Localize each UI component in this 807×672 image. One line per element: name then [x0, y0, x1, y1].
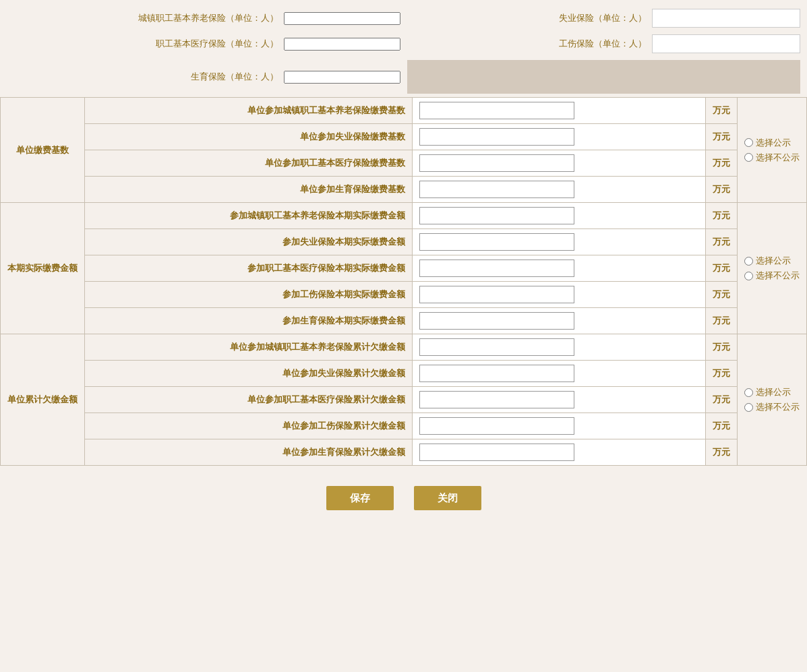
- field-unemployment-current[interactable]: [419, 233, 574, 251]
- table-row: 本期实际缴费金额 参加城镇职工基本养老保险本期实际缴费金额 万元 选择公示: [1, 203, 807, 229]
- radio-public-2[interactable]: 选择公示: [744, 255, 800, 267]
- field-injury-arrears[interactable]: [419, 417, 574, 435]
- radio-label-public-3: 选择公示: [756, 386, 791, 398]
- table-row: 单位参加工伤保险累计欠缴金额 万元: [1, 413, 807, 439]
- main-table: 单位缴费基数 单位参加城镇职工基本养老保险缴费基数 万元 选择公示 选择不公: [0, 97, 807, 466]
- input-cell-injury-arrears: [413, 413, 706, 439]
- header-left-1: 城镇职工基本养老保险（单位：人）: [7, 12, 400, 25]
- input-unemployment[interactable]: [652, 9, 800, 28]
- field-maternity-arrears[interactable]: [419, 444, 574, 461]
- unit-pension-current: 万元: [706, 203, 738, 229]
- category-arrears: 单位累计欠缴金额: [1, 334, 85, 466]
- field-injury-current[interactable]: [419, 286, 574, 303]
- label-maternity-current: 参加生育保险本期实际缴费金额: [85, 308, 413, 334]
- input-cell-medical-current: [413, 255, 706, 282]
- input-cell-pension-base: [413, 98, 706, 124]
- input-injury[interactable]: [652, 34, 800, 53]
- label-unemployment: 失业保险（单位：人）: [559, 12, 647, 24]
- header-row-1: 城镇职工基本养老保险（单位：人） 失业保险（单位：人）: [0, 5, 807, 31]
- field-pension-current[interactable]: [419, 207, 574, 224]
- input-cell-maternity-arrears: [413, 439, 706, 466]
- radio-label-public-1: 选择公示: [756, 137, 791, 149]
- close-button[interactable]: 关闭: [414, 486, 481, 510]
- header-row-2: 职工基本医疗保险（单位：人） 工伤保险（单位：人）: [0, 31, 807, 57]
- label-pension-base: 单位参加城镇职工基本养老保险缴费基数: [85, 98, 413, 124]
- input-cell-pension-current: [413, 203, 706, 229]
- label-maternity-arrears: 单位参加生育保险累计欠缴金额: [85, 439, 413, 466]
- unit-maternity-current: 万元: [706, 308, 738, 334]
- label-maternity: 生育保险（单位：人）: [191, 71, 278, 83]
- bottom-buttons: 保存 关闭: [0, 466, 807, 524]
- unit-maternity-base: 万元: [706, 177, 738, 203]
- label-injury: 工伤保险（单位：人）: [559, 38, 647, 50]
- label-medical-current: 参加职工基本医疗保险本期实际缴费金额: [85, 255, 413, 282]
- shaded-placeholder: [407, 60, 801, 94]
- radio-input-private-2[interactable]: [744, 272, 753, 280]
- unit-unemployment-base: 万元: [706, 124, 738, 150]
- field-unemployment-base[interactable]: [419, 128, 574, 146]
- field-unemployment-arrears[interactable]: [419, 365, 574, 382]
- radio-input-private-1[interactable]: [744, 153, 753, 162]
- table-row: 单位缴费基数 单位参加城镇职工基本养老保险缴费基数 万元 选择公示 选择不公: [1, 98, 807, 124]
- field-maternity-base[interactable]: [419, 181, 574, 198]
- radio-private-1[interactable]: 选择不公示: [744, 152, 800, 164]
- unit-maternity-arrears: 万元: [706, 439, 738, 466]
- save-button[interactable]: 保存: [326, 486, 394, 510]
- radio-input-private-3[interactable]: [744, 403, 753, 412]
- unit-pension-base: 万元: [706, 98, 738, 124]
- unit-pension-arrears: 万元: [706, 334, 738, 361]
- field-medical-current[interactable]: [419, 259, 574, 277]
- input-cell-injury-current: [413, 282, 706, 308]
- label-pension-arrears: 单位参加城镇职工基本养老保险累计欠缴金额: [85, 334, 413, 361]
- field-pension-base[interactable]: [419, 102, 574, 119]
- input-maternity[interactable]: [284, 71, 400, 84]
- input-medical[interactable]: [284, 38, 400, 51]
- input-cell-pension-arrears: [413, 334, 706, 361]
- table-row: 单位参加职工基本医疗保险缴费基数 万元: [1, 150, 807, 177]
- input-cell-medical-base: [413, 150, 706, 177]
- radio-input-public-1[interactable]: [744, 138, 753, 147]
- field-pension-arrears[interactable]: [419, 338, 574, 356]
- field-medical-base[interactable]: [419, 154, 574, 172]
- section-arrears: 单位累计欠缴金额 单位参加城镇职工基本养老保险累计欠缴金额 万元 选择公示: [1, 334, 807, 466]
- input-cell-unemployment-arrears: [413, 361, 706, 387]
- label-pension: 城镇职工基本养老保险（单位：人）: [138, 12, 278, 24]
- unit-medical-arrears: 万元: [706, 387, 738, 413]
- label-pension-current: 参加城镇职工基本养老保险本期实际缴费金额: [85, 203, 413, 229]
- radio-private-3[interactable]: 选择不公示: [744, 401, 800, 413]
- table-row: 参加职工基本医疗保险本期实际缴费金额 万元: [1, 255, 807, 282]
- category-current-payment: 本期实际缴费金额: [1, 203, 85, 334]
- label-medical-arrears: 单位参加职工基本医疗保险累计欠缴金额: [85, 387, 413, 413]
- field-medical-arrears[interactable]: [419, 391, 574, 408]
- field-maternity-current[interactable]: [419, 312, 574, 330]
- table-row: 参加工伤保险本期实际缴费金额 万元: [1, 282, 807, 308]
- table-row: 单位参加职工基本医疗保险累计欠缴金额 万元: [1, 387, 807, 413]
- label-medical: 职工基本医疗保险（单位：人）: [156, 38, 278, 50]
- unit-medical-base: 万元: [706, 150, 738, 177]
- radio-public-1[interactable]: 选择公示: [744, 137, 800, 149]
- label-unemployment-arrears: 单位参加失业保险累计欠缴金额: [85, 361, 413, 387]
- input-cell-unemployment-base: [413, 124, 706, 150]
- radio-public-3[interactable]: 选择公示: [744, 386, 800, 398]
- label-injury-arrears: 单位参加工伤保险累计欠缴金额: [85, 413, 413, 439]
- table-row: 单位累计欠缴金额 单位参加城镇职工基本养老保险累计欠缴金额 万元 选择公示: [1, 334, 807, 361]
- table-row: 单位参加生育保险缴费基数 万元: [1, 177, 807, 203]
- radio-input-public-2[interactable]: [744, 257, 753, 266]
- radio-label-private-3: 选择不公示: [756, 401, 800, 413]
- table-row: 单位参加失业保险缴费基数 万元: [1, 124, 807, 150]
- input-cell-unemployment-current: [413, 229, 706, 255]
- radio-group-1: 选择公示 选择不公示: [744, 137, 800, 164]
- radio-private-2[interactable]: 选择不公示: [744, 270, 800, 282]
- header-row-3: 生育保险（单位：人）: [0, 57, 807, 97]
- header-section: 城镇职工基本养老保险（单位：人） 失业保险（单位：人） 职工基本医疗保险（单位：…: [0, 0, 807, 97]
- header-right-2: 工伤保险（单位：人）: [407, 34, 801, 53]
- input-cell-maternity-current: [413, 308, 706, 334]
- radio-input-public-3[interactable]: [744, 388, 753, 397]
- label-unemployment-current: 参加失业保险本期实际缴费金额: [85, 229, 413, 255]
- unit-injury-arrears: 万元: [706, 413, 738, 439]
- radio-label-private-1: 选择不公示: [756, 152, 800, 164]
- radio-label-public-2: 选择公示: [756, 255, 791, 267]
- input-pension[interactable]: [284, 12, 400, 25]
- category-contribution-base: 单位缴费基数: [1, 98, 85, 203]
- label-medical-base: 单位参加职工基本医疗保险缴费基数: [85, 150, 413, 177]
